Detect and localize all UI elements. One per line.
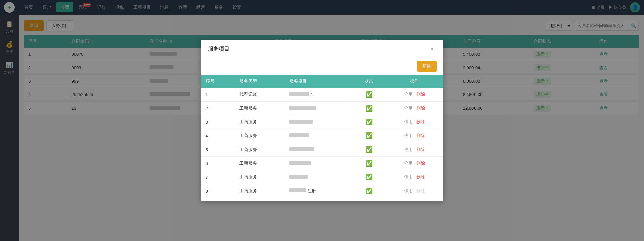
modal-header: 服务项目 × <box>201 40 443 57</box>
modal-cell-action: 停用 删除 <box>386 184 443 198</box>
modal-cell-action: 停用 删除 <box>386 88 443 102</box>
modal-col-status: 状态 <box>352 75 386 88</box>
delete-link[interactable]: 删除 <box>416 119 425 124</box>
modal-table-header: 序号 服务类型 服务项目 状态 操作 <box>201 75 443 88</box>
modal-cell-type: 工商服务 <box>235 102 285 115</box>
modal-cell-item <box>285 115 352 129</box>
modal-cell-seq: 6 <box>201 157 235 170</box>
modal-cell-type: 代理记账 <box>235 88 285 102</box>
disable-link[interactable]: 停用 <box>404 188 413 193</box>
modal-cell-action: 停用 删除 <box>386 143 443 157</box>
disable-link[interactable]: 停用 <box>404 161 413 166</box>
modal-cell-status: ✅ <box>352 157 386 170</box>
modal-cell-type: 工商服务 <box>235 115 285 129</box>
modal-col-action: 操作 <box>386 75 443 88</box>
modal-cell-action: 停用 删除 <box>386 157 443 170</box>
modal-col-type: 服务类型 <box>235 75 285 88</box>
modal-cell-seq: 8 <box>201 184 235 198</box>
modal-cell-seq: 5 <box>201 143 235 157</box>
status-check-icon: ✅ <box>365 146 373 153</box>
modal-table-row: 3 工商服务 ✅ 停用 删除 <box>201 115 443 129</box>
modal-close-button[interactable]: × <box>428 45 437 53</box>
delete-link[interactable]: 删除 <box>416 188 425 193</box>
modal-cell-status: ✅ <box>352 88 386 102</box>
modal-table-row: 2 工商服务 ✅ 停用 删除 <box>201 102 443 115</box>
modal-col-seq: 序号 <box>201 75 235 88</box>
modal-table-row: 5 工商服务 ✅ 停用 删除 <box>201 143 443 157</box>
disable-link[interactable]: 停用 <box>404 133 413 138</box>
modal-cell-item <box>285 157 352 170</box>
modal-table-body: 1 代理记账 1 ✅ 停用 删除 2 工商服务 <box>201 88 443 198</box>
modal-cell-action: 停用 删除 <box>386 170 443 184</box>
modal-table-row: 8 工商服务 注册 ✅ 停用 删除 <box>201 184 443 198</box>
service-items-table: 序号 服务类型 服务项目 状态 操作 1 代理记账 1 ✅ <box>201 75 443 198</box>
modal-cell-item <box>285 102 352 115</box>
modal-cell-action: 停用 删除 <box>386 115 443 129</box>
modal-table-row: 7 工商服务 ✅ 停用 删除 <box>201 170 443 184</box>
delete-link[interactable]: 删除 <box>416 174 425 179</box>
modal-table-wrap: 序号 服务类型 服务项目 状态 操作 1 代理记账 1 ✅ <box>201 75 443 201</box>
modal-cell-item <box>285 170 352 184</box>
status-check-icon: ✅ <box>365 91 373 98</box>
modal-cell-action: 停用 删除 <box>386 129 443 143</box>
modal-cell-seq: 7 <box>201 170 235 184</box>
modal-table-row: 4 工商服务 ✅ 停用 删除 <box>201 129 443 143</box>
delete-link[interactable]: 删除 <box>416 161 425 166</box>
disable-link[interactable]: 停用 <box>404 147 413 152</box>
delete-link[interactable]: 删除 <box>416 106 425 111</box>
status-check-icon: ✅ <box>365 132 373 139</box>
modal-cell-item <box>285 129 352 143</box>
modal-cell-type: 工商服务 <box>235 143 285 157</box>
modal-cell-type: 工商服务 <box>235 129 285 143</box>
modal-cell-type: 工商服务 <box>235 157 285 170</box>
status-check-icon: ✅ <box>365 119 373 125</box>
delete-link[interactable]: 删除 <box>416 147 425 152</box>
status-check-icon: ✅ <box>365 105 373 112</box>
modal-new-button[interactable]: 新建 <box>417 61 437 72</box>
modal-col-item: 服务项目 <box>285 75 352 88</box>
disable-link[interactable]: 停用 <box>404 119 413 124</box>
modal-cell-status: ✅ <box>352 170 386 184</box>
modal-cell-seq: 1 <box>201 88 235 102</box>
modal-cell-item <box>285 143 352 157</box>
modal-cell-type: 工商服务 <box>235 170 285 184</box>
modal-cell-type: 工商服务 <box>235 184 285 198</box>
modal-toolbar: 新建 <box>201 57 443 75</box>
modal-body: 序号 服务类型 服务项目 状态 操作 1 代理记账 1 ✅ <box>201 75 443 201</box>
modal-cell-status: ✅ <box>352 102 386 115</box>
modal-cell-action: 停用 删除 <box>386 102 443 115</box>
modal-table-row: 6 工商服务 ✅ 停用 删除 <box>201 157 443 170</box>
status-check-icon: ✅ <box>365 160 373 167</box>
modal-cell-status: ✅ <box>352 143 386 157</box>
modal-cell-status: ✅ <box>352 129 386 143</box>
modal-title: 服务项目 <box>208 46 229 53</box>
status-check-icon: ✅ <box>365 188 373 194</box>
modal-cell-item: 注册 <box>285 184 352 198</box>
disable-link[interactable]: 停用 <box>404 92 413 97</box>
modal-overlay[interactable]: 服务项目 × 新建 序号 服务类型 服务项目 状态 操作 <box>0 0 644 241</box>
modal-cell-seq: 3 <box>201 115 235 129</box>
status-check-icon: ✅ <box>365 174 373 180</box>
modal-table-row: 1 代理记账 1 ✅ 停用 删除 <box>201 88 443 102</box>
disable-link[interactable]: 停用 <box>404 174 413 179</box>
disable-link[interactable]: 停用 <box>404 106 413 111</box>
modal-cell-status: ✅ <box>352 115 386 129</box>
delete-link[interactable]: 删除 <box>416 133 425 138</box>
modal-cell-seq: 4 <box>201 129 235 143</box>
modal-cell-item: 1 <box>285 88 352 102</box>
modal-cell-status: ✅ <box>352 184 386 198</box>
modal-cell-seq: 2 <box>201 102 235 115</box>
service-items-modal: 服务项目 × 新建 序号 服务类型 服务项目 状态 操作 <box>201 40 443 201</box>
delete-link[interactable]: 删除 <box>416 92 425 97</box>
